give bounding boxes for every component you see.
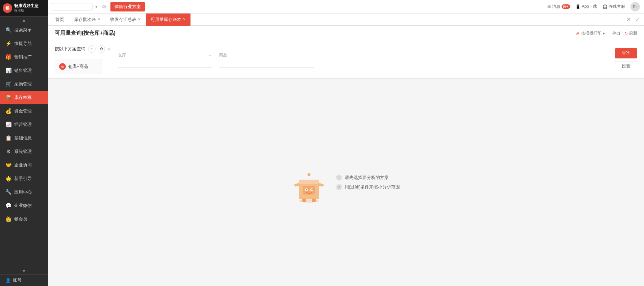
print-icon: 🖨 [576,31,580,36]
svg-point-7 [311,189,313,190]
empty-hints: 1 请先选择要分析的方案 2 用[过滤]条件来缩小分析范围 [336,175,400,190]
sidebar-item-label: 资金管理 [14,108,32,114]
app-download-item[interactable]: 📱 App下载 [575,4,597,9]
topbar-dropdown-icon[interactable]: ▾ [95,4,98,9]
product-label-text: 商品 [219,52,227,58]
warehouse-label-text: 仓库 [118,52,126,58]
filter-add-button[interactable]: + [88,45,96,53]
sidebar-item-newuser[interactable]: 🌟 新手引导 [0,172,48,185]
sidebar-item-label: 新手引导 [14,176,32,182]
tab-inout-summary-close[interactable]: ✕ [138,17,141,22]
marketing-icon: 🎁 [5,54,11,60]
sidebar-username: 账号 [13,277,22,283]
filter-scheme-item[interactable]: ⊕ 仓库+商品 [55,61,102,72]
topbar-gear-icon[interactable]: ⚙ [102,3,106,10]
tab-available-ledger-close[interactable]: ✕ [183,17,186,22]
filter-settings-button[interactable]: ⚙ [98,45,105,53]
filter-field-warehouse: 仓库 ··· [118,52,212,68]
product-field-label: 商品 ··· [219,52,314,58]
hint2-text: 用[过滤]条件来缩小分析范围 [345,184,400,190]
svg-rect-10 [302,199,306,202]
hint1-number: 1 [336,175,342,181]
sidebar-item-label: 企业微信 [14,203,32,209]
print-dropdown-icon[interactable]: ▾ [603,31,605,36]
product-input[interactable] [219,59,314,68]
warehouse-more-btn[interactable]: ··· [209,53,212,57]
purchase-icon: 🛒 [5,81,11,87]
tabs-right-controls: ✕ ⤢ [625,16,641,23]
topbar-search-input[interactable] [52,3,93,10]
tab-batch-ledger[interactable]: 库存批次账 ✕ [69,14,105,26]
sidebar-item-quicknav[interactable]: ⚡ 快捷导航 [0,37,48,50]
export-action[interactable]: ↑ 导出 [609,30,620,36]
tab-home[interactable]: 首页 [51,14,69,26]
basic-info-icon: 📋 [5,135,11,141]
sidebar-item-basic-info[interactable]: 📋 基础信息 [0,131,48,145]
online-service-item[interactable]: 🎧 在线客服 [602,4,625,9]
svg-point-13 [308,173,310,176]
sidebar-item-purchase[interactable]: 🛒 采购管理 [0,77,48,91]
user-avatar-icon: 👤 [5,278,11,283]
app-download-label: App下载 [582,4,597,9]
page-header: 可用量查询(按仓库+商品) 🖨 按模板打印 ▾ ↑ 导出 ↻ 刷新 [48,26,644,41]
sidebar-item-system[interactable]: ⚙ 系统管理 [0,145,48,158]
export-icon: ↑ [609,31,611,36]
svg-rect-3 [303,186,315,194]
filter-field-product: 商品 ··· [219,52,314,68]
sidebar-item-vip[interactable]: 👑 畅会员 [0,212,48,226]
sidebar-item-label: 经营管理 [14,122,32,128]
sidebar-item-appcenter[interactable]: 🔧 应用中心 [0,185,48,199]
sidebar-item-marketing[interactable]: 🎁 营销推广 [0,50,48,64]
print-action[interactable]: 🖨 按模板打印 ▾ [576,30,605,36]
tabs-bar: 首页 库存批次账 ✕ 收发存汇总表 ✕ 可用量库存账本 ✕ ✕ ⤢ [48,14,644,26]
industry-solution-button[interactable]: 体验行业方案 [110,2,145,11]
tab-available-ledger-label: 可用量库存账本 [151,17,181,23]
sidebar-footer[interactable]: 👤 账号 [0,274,48,286]
topbar: ▾ ⚙ 体验行业方案 ✉ 消息 99+ 📱 App下载 🎧 在线客服 Rit [48,0,644,14]
sidebar-item-wechat[interactable]: 💬 企业微信 [0,199,48,212]
tab-available-ledger[interactable]: 可用量库存账本 ✕ [146,14,191,26]
sidebar-item-inventory[interactable]: 📦 库存核算 [0,91,48,104]
system-icon: ⚙ [5,149,11,155]
tab-inout-summary[interactable]: 收发存汇总表 ✕ [105,14,146,26]
appcenter-icon: 🔧 [5,189,11,195]
sidebar-scroll-down[interactable]: ▼ [0,267,48,274]
search-icon: 🔍 [5,27,11,33]
vip-icon: 👑 [5,216,11,222]
filter-scheme-list: ⊕ 仓库+商品 [55,59,102,74]
tab-close-all-icon[interactable]: ✕ [625,16,632,23]
content-area: 可用量查询(按仓库+商品) 🖨 按模板打印 ▾ ↑ 导出 ↻ 刷新 [48,26,644,286]
svg-point-6 [306,189,307,190]
empty-state: 1 请先选择要分析的方案 2 用[过滤]条件来缩小分析范围 [48,79,644,286]
sidebar: 畅 畅康通好生意 标准版 ▲ 🔍 搜索菜单 ⚡ 快捷导航 🎁 营销推广 📊 销售… [0,0,48,286]
tab-home-label: 首页 [55,17,64,23]
filter-collapse-icon[interactable]: « [108,46,110,52]
product-more-btn[interactable]: ··· [310,53,314,57]
sidebar-item-sales[interactable]: 📊 销售管理 [0,64,48,77]
hint-item-2: 2 用[过滤]条件来缩小分析范围 [336,184,400,190]
message-item[interactable]: ✉ 消息 99+ [547,4,570,9]
refresh-action[interactable]: ↻ 刷新 [624,30,637,36]
tab-expand-icon[interactable]: ⤢ [634,16,641,23]
filter-row: 按以下方案查询 + ⚙ « ⊕ 仓库+商品 [55,45,637,74]
tab-batch-ledger-close[interactable]: ✕ [97,17,100,22]
app-title-wrap: 畅康通好生意 标准版 [14,3,38,13]
sidebar-item-search[interactable]: 🔍 搜索菜单 [0,23,48,37]
query-button[interactable]: 查询 [615,48,637,58]
sidebar-item-finance[interactable]: 💰 资金管理 [0,104,48,118]
user-avatar[interactable]: Rit [630,2,640,11]
finance-icon: 💰 [5,108,11,114]
settings-button[interactable]: 设置 [615,61,637,71]
sidebar-item-management[interactable]: 📈 经营管理 [0,118,48,131]
refresh-icon: ↻ [624,31,628,36]
export-label: 导出 [612,30,620,36]
print-label: 按模板打印 [581,30,601,36]
warehouse-input[interactable] [118,59,212,68]
sidebar-item-enterprise[interactable]: 🤝 企业协同 [0,158,48,172]
username-label: Rit [633,5,637,9]
sidebar-scroll-up[interactable]: ▲ [0,17,48,23]
warehouse-field-label: 仓库 ··· [118,52,212,58]
sidebar-item-label: 营销推广 [14,54,32,60]
app-logo: 畅 [3,3,12,13]
page-title: 可用量查询(按仓库+商品) [55,30,115,37]
